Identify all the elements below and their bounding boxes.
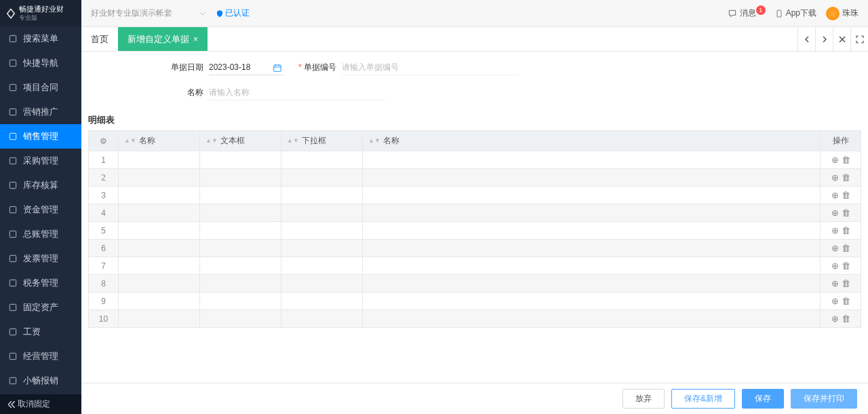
header-name2[interactable]: ▲▼名称 <box>363 131 821 151</box>
code-input[interactable] <box>342 60 518 75</box>
tab-close-all[interactable] <box>833 27 850 51</box>
cell-dropdown[interactable] <box>281 187 363 204</box>
cell-name1[interactable] <box>119 222 200 240</box>
cell-dropdown[interactable] <box>281 293 363 310</box>
tab-next[interactable] <box>815 27 833 51</box>
cell-dropdown[interactable] <box>281 257 363 275</box>
delete-row-icon[interactable]: 🗑 <box>842 314 850 324</box>
cell-textbox[interactable] <box>200 310 281 328</box>
account-selector[interactable]: 好业财专业版演示帐套 <box>91 7 206 19</box>
cell-name1[interactable] <box>119 257 200 275</box>
add-row-icon[interactable]: ⊕ <box>831 172 839 183</box>
cell-dropdown[interactable] <box>281 204 363 222</box>
add-row-icon[interactable]: ⊕ <box>831 278 839 288</box>
messages-button[interactable]: 消息 1 <box>728 7 766 19</box>
cell-dropdown[interactable] <box>281 222 363 240</box>
sidebar-item-reimburse[interactable]: 小畅报销 <box>0 369 81 393</box>
sidebar-item-inbox[interactable]: 采购管理 <box>0 149 81 173</box>
table-row[interactable]: 5⊕🗑 <box>89 222 861 240</box>
table-row[interactable]: 1⊕🗑 <box>89 151 861 169</box>
table-row[interactable]: 4⊕🗑 <box>89 204 861 222</box>
sidebar-item-warehouse[interactable]: 库存核算 <box>0 173 81 197</box>
delete-row-icon[interactable]: 🗑 <box>842 261 850 271</box>
sidebar-item-invoice[interactable]: 发票管理 <box>0 246 81 271</box>
cell-name2[interactable] <box>363 169 821 187</box>
cell-name2[interactable] <box>363 187 821 204</box>
cell-dropdown[interactable] <box>281 275 363 293</box>
sidebar-item-salary[interactable]: 工资 <box>0 320 81 344</box>
table-row[interactable]: 3⊕🗑 <box>89 187 861 204</box>
close-icon[interactable]: × <box>193 35 198 44</box>
fullscreen-toggle[interactable] <box>850 27 868 51</box>
add-row-icon[interactable]: ⊕ <box>831 261 839 271</box>
sidebar-item-cart[interactable]: 销售管理 <box>0 124 81 149</box>
table-row[interactable]: 7⊕🗑 <box>89 257 861 275</box>
cell-name2[interactable] <box>363 240 821 257</box>
cell-name2[interactable] <box>363 222 821 240</box>
cell-name2[interactable] <box>363 151 821 169</box>
cell-textbox[interactable] <box>200 151 281 169</box>
add-row-icon[interactable]: ⊕ <box>831 296 839 306</box>
cell-name2[interactable] <box>363 204 821 222</box>
header-name1[interactable]: ▲▼名称 <box>119 131 200 151</box>
cell-name2[interactable] <box>363 293 821 310</box>
cell-name1[interactable] <box>119 187 200 204</box>
add-row-icon[interactable]: ⊕ <box>831 243 839 253</box>
add-row-icon[interactable]: ⊕ <box>831 190 839 200</box>
add-row-icon[interactable]: ⊕ <box>831 208 839 218</box>
delete-row-icon[interactable]: 🗑 <box>842 208 850 218</box>
discard-button[interactable]: 放弃 <box>623 389 665 409</box>
sidebar-item-tax[interactable]: 税务管理 <box>0 271 81 295</box>
delete-row-icon[interactable]: 🗑 <box>842 296 850 306</box>
delete-row-icon[interactable]: 🗑 <box>842 225 850 236</box>
sidebar-item-document[interactable]: 项目合同 <box>0 75 81 100</box>
name-input[interactable] <box>209 85 385 100</box>
sidebar-item-megaphone[interactable]: 营销推广 <box>0 100 81 124</box>
header-settings[interactable]: ⚙ <box>89 131 119 151</box>
add-row-icon[interactable]: ⊕ <box>831 155 839 165</box>
table-row[interactable]: 8⊕🗑 <box>89 275 861 293</box>
save-new-button[interactable]: 保存&新增 <box>671 389 735 409</box>
cell-textbox[interactable] <box>200 257 281 275</box>
cell-textbox[interactable] <box>200 240 281 257</box>
cell-dropdown[interactable] <box>281 240 363 257</box>
header-textbox[interactable]: ▲▼文本框 <box>200 131 281 151</box>
cell-name1[interactable] <box>119 169 200 187</box>
cell-name1[interactable] <box>119 275 200 293</box>
cell-textbox[interactable] <box>200 187 281 204</box>
tab-active[interactable]: 新增自定义单据 × <box>118 27 208 51</box>
cell-textbox[interactable] <box>200 293 281 310</box>
delete-row-icon[interactable]: 🗑 <box>842 155 850 165</box>
cell-name1[interactable] <box>119 151 200 169</box>
cell-textbox[interactable] <box>200 275 281 293</box>
table-row[interactable]: 9⊕🗑 <box>89 293 861 310</box>
cell-textbox[interactable] <box>200 222 281 240</box>
table-row[interactable]: 6⊕🗑 <box>89 240 861 257</box>
cell-name1[interactable] <box>119 293 200 310</box>
add-row-icon[interactable]: ⊕ <box>831 314 839 324</box>
cell-name2[interactable] <box>363 310 821 328</box>
cell-name2[interactable] <box>363 275 821 293</box>
sidebar-item-search[interactable]: 搜索菜单 <box>0 26 81 51</box>
sidebar-item-home[interactable]: 快捷导航 <box>0 51 81 75</box>
add-row-icon[interactable]: ⊕ <box>831 225 839 236</box>
cell-name1[interactable] <box>119 310 200 328</box>
cell-name1[interactable] <box>119 204 200 222</box>
save-button[interactable]: 保存 <box>742 389 784 409</box>
tab-home[interactable]: 首页 <box>81 27 118 51</box>
user-menu[interactable]: 珠珠 <box>826 7 859 20</box>
tab-prev[interactable] <box>797 27 815 51</box>
sidebar-item-wallet[interactable]: 资金管理 <box>0 197 81 222</box>
cell-name1[interactable] <box>119 240 200 257</box>
app-download-button[interactable]: App下载 <box>775 7 816 19</box>
sidebar-pin-toggle[interactable]: 取消固定 <box>0 394 81 414</box>
save-print-button[interactable]: 保存并打印 <box>791 389 857 409</box>
delete-row-icon[interactable]: 🗑 <box>842 243 850 253</box>
table-row[interactable]: 10⊕🗑 <box>89 310 861 328</box>
cell-textbox[interactable] <box>200 169 281 187</box>
cell-textbox[interactable] <box>200 204 281 222</box>
calendar-icon[interactable] <box>273 63 282 73</box>
sidebar-item-manage[interactable]: 经营管理 <box>0 344 81 369</box>
cell-dropdown[interactable] <box>281 310 363 328</box>
sidebar-item-ledger[interactable]: 总账管理 <box>0 222 81 246</box>
